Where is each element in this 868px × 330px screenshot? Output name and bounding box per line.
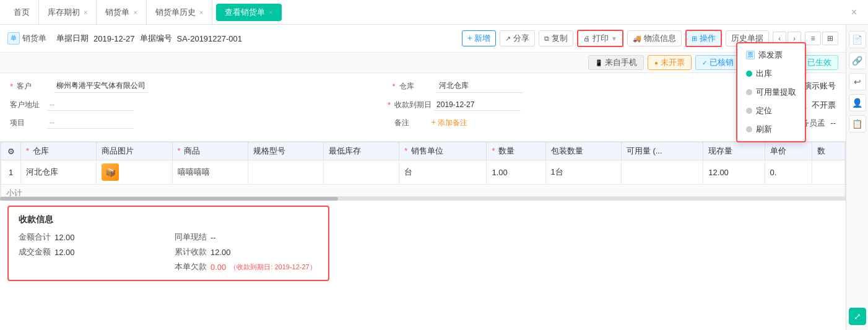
add-invoice-icon: 票 xyxy=(746,51,755,59)
sidebar-icon-list[interactable]: 📋 xyxy=(849,115,866,132)
warehouse-value: 河北仓库 xyxy=(436,79,523,93)
row-qty: 1.00 xyxy=(487,160,545,185)
table-header-row: ⚙ * 仓库 商品图片 * 商品 规格型号 最低库存 * 销售单位 * 数量 包… xyxy=(1,142,845,160)
warehouse-field: * 仓库 河北仓库 xyxy=(393,79,775,93)
grid-view-button[interactable]: ⊞ xyxy=(822,32,838,45)
share-button[interactable]: ↗ 分享 xyxy=(500,30,535,46)
date-value: 2019-12-27 xyxy=(93,34,135,43)
row-amount xyxy=(812,160,844,185)
refresh-icon xyxy=(746,126,752,132)
sidebar-icon-link[interactable]: 🔗 xyxy=(849,52,866,69)
col-settings: ⚙ xyxy=(1,142,21,160)
tab-sales-order[interactable]: 销货单 × xyxy=(97,0,146,24)
dropdown-refresh[interactable]: 刷新 xyxy=(737,120,805,139)
customer-field: * 客户 柳州粤港平安气体有限公司 xyxy=(10,79,393,93)
view-buttons: ≡ ⊞ xyxy=(805,32,838,45)
sidebar-icon-expand[interactable]: ⤢ xyxy=(849,308,866,325)
table-row: 1 河北仓库 📦 嘻嘻嘻嘻 台 1.00 1台 xyxy=(1,160,845,185)
col-spec: 规格型号 xyxy=(248,142,323,160)
copy-button[interactable]: ⧉ 复制 xyxy=(539,30,573,46)
dropdown-outbound[interactable]: 出库 xyxy=(737,64,805,83)
project-field: 项目 -- xyxy=(10,117,394,129)
cumulative-payment-field: 累计收款 12.00 xyxy=(175,246,318,258)
col-qty: * 数量 xyxy=(487,142,545,160)
col-unit: * 销售单位 xyxy=(399,142,487,160)
note-field: 备注 + 添加备注 xyxy=(394,118,779,128)
date-label: 单据日期 xyxy=(56,33,89,44)
new-button[interactable]: + 新增 xyxy=(462,30,496,46)
col-min-stock: 最低库存 xyxy=(324,142,399,160)
total-amount-field: 金额合计 12.00 xyxy=(19,232,162,243)
dropdown-available-qty[interactable]: 可用量提取 xyxy=(737,83,805,102)
tab-home[interactable]: 首页 xyxy=(5,0,39,24)
col-warehouse: * 仓库 xyxy=(21,142,97,160)
invoice-status-btn[interactable]: ● 未开票 xyxy=(648,55,692,70)
dropdown-add-invoice[interactable]: 票 添发票 xyxy=(737,46,805,64)
operations-dropdown: 票 添发票 出库 可用量提取 定位 刷新 xyxy=(736,42,806,142)
row-pkg-qty: 1台 xyxy=(545,160,621,185)
row-current: 12.00 xyxy=(703,160,765,185)
row-spec xyxy=(248,160,323,185)
payment-section: 收款信息 金额合计 12.00 同单现结 -- 成交金额 12.00 累计收款 … xyxy=(7,206,329,281)
avail-qty-icon xyxy=(746,89,752,95)
window-close-button[interactable]: × xyxy=(845,7,863,18)
payment-title: 收款信息 xyxy=(19,214,318,225)
address-field: 客户地址 -- xyxy=(10,99,388,111)
product-image: 📦 xyxy=(102,163,119,181)
col-avail: 可用量 (... xyxy=(621,142,703,160)
doc-title-area: 单 销货单 单据日期 2019-12-27 单据编号 SA-20191227-0… xyxy=(7,32,462,45)
deal-amount-field: 成交金额 12.00 xyxy=(19,246,162,258)
print-button[interactable]: 🖨 打印 ▼ xyxy=(577,30,623,47)
verified-status-btn[interactable]: ✓ 已核销 xyxy=(695,55,740,70)
subtotal-row: 小计 xyxy=(1,185,845,198)
dropdown-locate[interactable]: 定位 xyxy=(737,102,805,120)
row-warehouse: 河北仓库 xyxy=(21,160,97,185)
row-avail xyxy=(621,160,703,185)
status-bar: 📱 来自手机 ● 未开票 ✓ 已核销 ✓ 已核销 ✓ 已生效 xyxy=(0,53,846,73)
sidebar-icon-doc[interactable]: 📄 xyxy=(849,31,866,48)
outbound-icon xyxy=(746,71,752,77)
form-area: * 客户 柳州粤港平安气体有限公司 * 仓库 河北仓库 业务员 演示账号 客户地… xyxy=(0,73,846,141)
sidebar-icon-user[interactable]: 👤 xyxy=(849,94,866,111)
doc-meta: 单据日期 2019-12-27 单据编号 SA-20191227-001 xyxy=(56,33,242,44)
number-label: 单据编号 xyxy=(140,33,172,44)
doc-header: 单 销货单 单据日期 2019-12-27 单据编号 SA-20191227-0… xyxy=(0,25,846,53)
add-note-button[interactable]: + 添加备注 xyxy=(432,118,467,128)
address-value: -- xyxy=(47,99,134,111)
row-price: 0. xyxy=(765,160,812,185)
logistics-button[interactable]: 🚚 物流信息 xyxy=(627,30,682,46)
tab-bar: 首页 库存期初 × 销货单 × 销货单历史 × 查看销货单 × × xyxy=(0,0,868,25)
due-date-value: 2019-12-27 xyxy=(434,99,521,111)
list-view-button[interactable]: ≡ xyxy=(805,32,821,45)
row-product-name: 嘻嘻嘻嘻 xyxy=(172,160,248,185)
tab-inventory-init[interactable]: 库存期初 × xyxy=(39,0,97,24)
same-order-settlement-field: 同单现结 -- xyxy=(175,232,318,243)
doc-badge: 单 销货单 xyxy=(7,32,46,45)
operations-button[interactable]: ⊞ 操作 xyxy=(685,30,722,47)
tab-sales-history[interactable]: 销货单历史 × xyxy=(147,0,212,24)
sidebar-icon-return[interactable]: ↩ xyxy=(849,73,866,90)
col-pkg-qty: 包装数量 xyxy=(545,142,621,160)
col-product-img: 商品图片 xyxy=(97,142,172,160)
form-row-3: 项目 -- 备注 + 添加备注 * * 业务员孟 -- xyxy=(10,117,836,129)
close-tab-inventory[interactable]: × xyxy=(84,9,87,16)
mobile-status-btn[interactable]: 📱 来自手机 xyxy=(588,55,644,70)
number-value: SA-20191227-001 xyxy=(177,34,243,43)
close-tab-sales[interactable]: × xyxy=(133,9,137,16)
close-tab-history[interactable]: × xyxy=(199,9,203,16)
product-table-container: ⚙ * 仓库 商品图片 * 商品 规格型号 最低库存 * 销售单位 * 数量 包… xyxy=(0,141,846,197)
col-product: * 商品 xyxy=(172,142,248,160)
doc-type-icon: 单 xyxy=(7,32,20,45)
col-amount: 数 xyxy=(812,142,844,160)
customer-value: 柳州粤港平安气体有限公司 xyxy=(54,79,148,93)
table-scrollbar[interactable] xyxy=(0,197,846,201)
row-product-img: 📦 xyxy=(97,160,172,185)
right-sidebar: 📄 🔗 ↩ 👤 📋 ⤢ xyxy=(846,25,868,330)
product-table: ⚙ * 仓库 商品图片 * 商品 规格型号 最低库存 * 销售单位 * 数量 包… xyxy=(1,142,845,197)
order-due-field: 本单欠款 0.00 （收款到期日: 2019-12-27） xyxy=(175,261,318,272)
row-no: 1 xyxy=(1,160,21,185)
form-row-1: * 客户 柳州粤港平安气体有限公司 * 仓库 河北仓库 业务员 演示账号 xyxy=(10,79,836,93)
tab-view-sales[interactable]: 查看销货单 × xyxy=(216,4,281,21)
due-date-field: * 收款到期日 2019-12-27 xyxy=(388,99,765,111)
close-tab-view-sales[interactable]: × xyxy=(269,9,272,16)
